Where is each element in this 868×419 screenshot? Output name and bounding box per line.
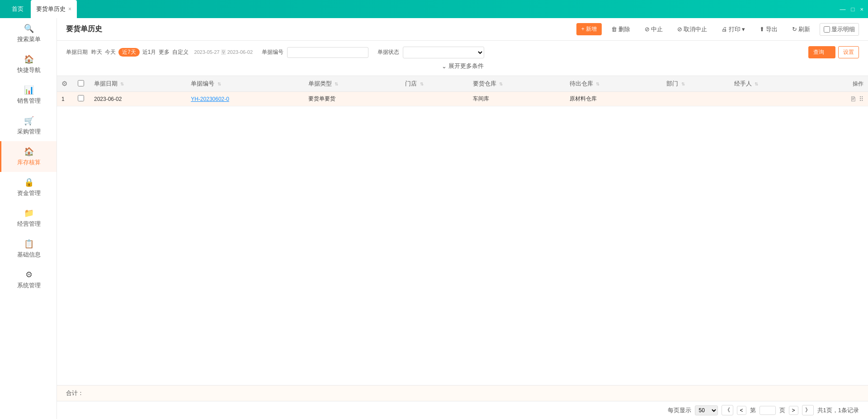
page-header: 要货单历史 + 新增 🗑 删除 ⊘ 中止 ⊘ 取消中止 🖨 打印 — [57, 18, 868, 41]
sort-icon-store[interactable]: ⇅ — [420, 81, 424, 86]
sidebar-item-finance[interactable]: 🔒 资金管理 — [0, 172, 57, 203]
inventory-icon: 🏠 — [24, 147, 34, 157]
sort-icon-req-warehouse[interactable]: ⇅ — [499, 81, 503, 86]
expand-more-btn[interactable]: ⌄ 展开更多条件 — [66, 62, 859, 70]
sidebar-item-search-menu[interactable]: 🔍 搜索菜单 — [0, 18, 57, 49]
prev-page-btn[interactable]: < — [737, 406, 746, 415]
shortcut-today[interactable]: 今天 — [105, 48, 116, 56]
first-page-btn[interactable]: 《 — [722, 405, 733, 415]
shortcut-7days[interactable]: 近7天 — [118, 48, 140, 57]
doc-status-label: 单据状态 — [377, 48, 399, 56]
quick-nav-icon: 🏠 — [24, 54, 34, 64]
cell-store — [401, 92, 468, 106]
tab-active[interactable]: 要货单历史 × — [31, 0, 77, 18]
sidebar-item-inventory[interactable]: 🏠 库存核算 — [0, 141, 57, 172]
row-view-icon[interactable]: 🖹 — [850, 95, 856, 103]
th-req-warehouse: 要货仓库 ⇅ — [468, 76, 565, 92]
maximize-btn[interactable]: □ — [851, 6, 855, 13]
filter-row: 单据日期 昨天 今天 近7天 近1月 更多 自定义 2023-05-27 至 2… — [66, 46, 859, 58]
sidebar-item-sys-mgmt[interactable]: ⚙ 系统管理 — [0, 264, 57, 295]
sidebar-item-label: 系统管理 — [17, 281, 41, 290]
cancel-stop-icon: ⊘ — [677, 26, 682, 33]
select-all-checkbox[interactable] — [78, 80, 84, 86]
doc-no-input[interactable] — [287, 47, 368, 58]
sort-icon-doc-type[interactable]: ⇅ — [335, 81, 338, 86]
sort-icon-pending-warehouse[interactable]: ⇅ — [596, 81, 599, 86]
table-row: 1 2023-06-02 YH-20230602-0 要货单要货 车间库 原材料… — [57, 92, 868, 106]
th-doc-type: 单据类型 ⇅ — [304, 76, 401, 92]
doc-date-label: 单据日期 — [66, 48, 88, 56]
sort-icon-handler[interactable]: ⇅ — [755, 81, 758, 86]
sidebar-item-purchase[interactable]: 🛒 采购管理 — [0, 110, 57, 141]
delete-button[interactable]: 🗑 删除 — [606, 23, 635, 36]
cell-doc-no[interactable]: YH-20230602-0 — [186, 92, 304, 106]
tab-close-icon[interactable]: × — [68, 6, 71, 12]
filter-area: 单据日期 昨天 今天 近7天 近1月 更多 自定义 2023-05-27 至 2… — [57, 41, 868, 76]
close-btn[interactable]: × — [860, 6, 863, 13]
date-shortcuts: 昨天 今天 近7天 近1月 更多 自定义 — [91, 48, 189, 57]
search-button[interactable]: 查询 — [808, 46, 835, 58]
sort-icon-doc-no[interactable]: ⇅ — [217, 81, 221, 86]
row-more-icon[interactable]: ⠿ — [859, 95, 863, 103]
cell-pending-warehouse: 原材料仓库 — [565, 92, 662, 106]
sidebar-item-ops[interactable]: 📁 经营管理 — [0, 203, 57, 233]
th-doc-date: 单据日期 ⇅ — [90, 76, 186, 92]
last-page-btn[interactable]: 》 — [802, 405, 814, 415]
th-action: 操作 — [812, 76, 868, 92]
window-controls: — □ × — [840, 6, 863, 13]
current-page-input[interactable]: 1 — [760, 406, 776, 415]
th-store: 门店 ⇅ — [401, 76, 468, 92]
refresh-button[interactable]: ↻ 刷新 — [787, 23, 815, 36]
sidebar-item-label: 销售管理 — [17, 97, 41, 105]
filter-doc-no: 单据编号 — [262, 47, 368, 58]
minimize-btn[interactable]: — — [840, 6, 846, 13]
finance-icon: 🔒 — [24, 177, 34, 187]
cell-handler — [730, 92, 812, 106]
sys-mgmt-icon: ⚙ — [25, 270, 33, 280]
tab-home[interactable]: 首页 — [5, 0, 31, 18]
cell-index: 1 — [57, 92, 73, 106]
shortcut-yesterday[interactable]: 昨天 — [91, 48, 102, 56]
table-settings-icon[interactable]: ⚙ — [61, 80, 67, 88]
tab-bar: 首页 要货单历史 × — [5, 0, 840, 18]
display-detail-checkbox[interactable] — [824, 26, 830, 33]
page-title: 要货单历史 — [66, 24, 102, 34]
export-icon: ⬆ — [760, 26, 764, 33]
sidebar-item-label: 采购管理 — [17, 128, 41, 136]
filter-doc-date: 单据日期 昨天 今天 近7天 近1月 更多 自定义 2023-05-27 至 2… — [66, 48, 253, 57]
doc-no-label: 单据编号 — [262, 48, 283, 56]
search-menu-icon: 🔍 — [24, 24, 34, 33]
purchase-icon: 🛒 — [24, 116, 34, 126]
sidebar-item-label: 快捷导航 — [17, 66, 41, 74]
settings-button[interactable]: 设置 — [838, 46, 859, 58]
row-checkbox[interactable] — [78, 95, 84, 101]
doc-status-select[interactable] — [403, 47, 484, 58]
sidebar-item-sales[interactable]: 📊 销售管理 — [0, 80, 57, 110]
next-page-btn[interactable]: > — [789, 406, 798, 415]
delete-icon: 🗑 — [611, 26, 617, 33]
export-button[interactable]: ⬆ 导出 — [755, 23, 783, 36]
sidebar-item-label: 经营管理 — [17, 220, 41, 228]
cell-action: 🖹 ⠿ — [812, 92, 868, 106]
cell-doc-date: 2023-06-02 — [90, 92, 186, 106]
stop-button[interactable]: ⊘ 中止 — [640, 23, 668, 36]
cancel-stop-button[interactable]: ⊘ 取消中止 — [672, 23, 712, 36]
display-detail-button[interactable]: 显示明细 — [820, 23, 859, 36]
sidebar-item-basic-info[interactable]: 📋 基础信息 — [0, 233, 57, 264]
shortcut-more[interactable]: 更多 — [159, 48, 170, 56]
print-button[interactable]: 🖨 打印 ▾ — [717, 23, 750, 36]
per-page-select[interactable]: 50 20 100 — [695, 405, 718, 415]
page-label: 第 — [750, 406, 756, 414]
add-button[interactable]: + 新增 — [576, 23, 602, 35]
sort-icon-dept[interactable]: ⇅ — [681, 81, 685, 86]
sidebar-item-quick-nav[interactable]: 🏠 快捷导航 — [0, 49, 57, 80]
footer-summary: 合计： — [57, 385, 868, 401]
total-info: 共1页，1条记录 — [817, 406, 859, 414]
th-checkbox — [73, 76, 90, 92]
sort-icon-doc-date[interactable]: ⇅ — [120, 81, 124, 86]
header-actions: + 新增 🗑 删除 ⊘ 中止 ⊘ 取消中止 🖨 打印 ▾ — [576, 23, 859, 36]
shortcut-1month[interactable]: 近1月 — [142, 48, 156, 56]
cell-req-warehouse: 车间库 — [468, 92, 565, 106]
table-header-row: ⚙ 单据日期 ⇅ 单据编号 ⇅ — [57, 76, 868, 92]
shortcut-custom[interactable]: 自定义 — [172, 48, 189, 56]
